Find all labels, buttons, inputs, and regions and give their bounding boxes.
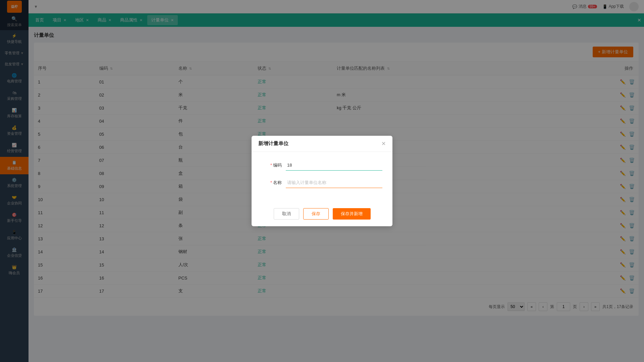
dialog-title: 新增计量单位 (258, 140, 288, 147)
save-and-new-button[interactable]: 保存并新增 (333, 208, 371, 220)
cancel-button[interactable]: 取消 (274, 208, 299, 220)
dialog-close-icon[interactable]: ✕ (381, 140, 386, 147)
dialog-header: 新增计量单位 ✕ (252, 136, 392, 152)
dialog-footer: 取消 保存 保存并新增 (252, 203, 392, 226)
code-input[interactable] (286, 160, 382, 171)
name-label: *名称 (262, 180, 282, 186)
code-label: *编码 (262, 162, 282, 168)
form-row-name: *名称 (262, 177, 382, 188)
add-unit-dialog: 新增计量单位 ✕ *编码 *名称 取消 保存 保存并新增 (252, 136, 392, 226)
form-row-code: *编码 (262, 160, 382, 171)
name-input[interactable] (286, 177, 382, 188)
dialog-body: *编码 *名称 (252, 152, 392, 203)
save-button[interactable]: 保存 (303, 208, 329, 220)
dialog-overlay[interactable]: 新增计量单位 ✕ *编码 *名称 取消 保存 保存并新增 (0, 0, 644, 362)
